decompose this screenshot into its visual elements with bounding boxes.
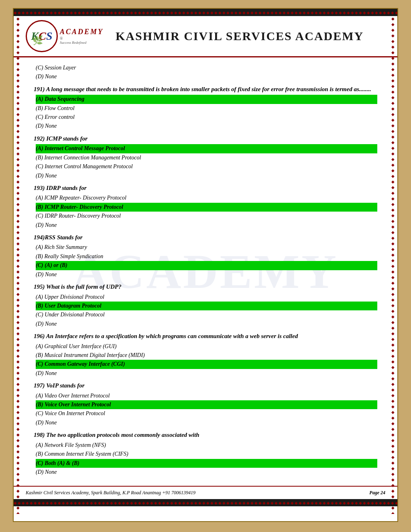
- question-text-197: 197) VoIP stands for: [34, 381, 377, 390]
- qa-item-198: 198) The two application protocols most …: [34, 430, 377, 477]
- qa-item-191: 191) A long message that needs to be tra…: [34, 85, 377, 131]
- letter-s: S: [46, 30, 53, 42]
- option-195-2: (C) Under Divisional Protocol: [36, 310, 377, 319]
- qa-item-194: 194)RSS Stands for(A) Rich Site Summary(…: [34, 233, 377, 279]
- option-192-1: (B) Internet Connection Management Proto…: [36, 153, 377, 162]
- footer-bar: Kashmir Civil Services Academy, Spark Bu…: [14, 486, 397, 499]
- option-196-0: (A) Graphical User Interface (GUI): [36, 342, 377, 351]
- option-195-0: (A) Upper Divisional Protocol: [36, 293, 377, 302]
- qa-item-193: 193) IDRP stands for(A) ICMP Repeater- D…: [34, 183, 377, 230]
- qa-item-196: 196) An Interface refers to a specificat…: [34, 332, 377, 378]
- question-text-193: 193) IDRP stands for: [34, 183, 377, 193]
- intro-option-d: (D) None: [36, 72, 377, 81]
- option-191-0: (A) Data Sequencing: [36, 95, 377, 104]
- intro-option-c: (C) Session Layer: [36, 63, 377, 72]
- success-text: Success Redefined: [60, 41, 86, 45]
- question-text-198: 198) The two application protocols most …: [34, 430, 377, 440]
- academy-label: ACADEMY: [60, 28, 104, 36]
- qa-item-192: 192) ICMP stands for(A) Internet Control…: [34, 134, 377, 180]
- content: ACADEMY (C) Session Layer (D) None 191) …: [14, 57, 397, 486]
- footer-text: Kashmir Civil Services Academy, Spark Bu…: [26, 490, 195, 496]
- option-191-3: (D) None: [36, 122, 377, 130]
- option-193-0: (A) ICMP Repeater- Discovery Protocol: [36, 194, 377, 202]
- academy-text-block: ACADEMY® Success Redefined: [60, 28, 104, 45]
- qa-section: (C) Session Layer (D) None 191) A long m…: [34, 63, 377, 477]
- option-196-3: (D) None: [36, 369, 377, 378]
- page: 🌿 KCS ACADEMY® Success Redefined KASHMIR…: [13, 8, 398, 522]
- option-193-1: (B) ICMP Router- Discovery Protocol: [36, 203, 377, 212]
- question-text-194: 194)RSS Stands for: [34, 233, 377, 242]
- qa-item-195: 195) What is the full form of UDP?(A) Up…: [34, 282, 377, 328]
- option-191-1: (B) Flow Control: [36, 104, 377, 113]
- option-191-2: (C) Error control: [36, 113, 377, 122]
- option-193-2: (C) IDRP Router- Discovery Protocol: [36, 212, 377, 220]
- footer-page: Page 24: [369, 490, 385, 496]
- option-192-3: (D) None: [36, 171, 377, 180]
- option-197-1: (B) Voice Over Internet Protocol: [36, 400, 377, 409]
- option-192-0: (A) Internet Control Message Protocol: [36, 144, 377, 153]
- option-197-3: (D) None: [36, 418, 377, 427]
- logo-circle: 🌿 KCS: [26, 20, 58, 52]
- option-194-2: (C) (A) or (B): [36, 261, 377, 270]
- option-194-1: (B) Really Simple Syndication: [36, 252, 377, 261]
- option-198-3: (D) None: [36, 468, 377, 477]
- logo-area: 🌿 KCS ACADEMY® Success Redefined: [26, 20, 104, 52]
- option-198-2: (C) Both (A) & (B): [36, 459, 377, 468]
- questions-container: 191) A long message that needs to be tra…: [34, 85, 377, 477]
- option-195-3: (D) None: [36, 320, 377, 328]
- qa-item-197: 197) VoIP stands for(A) Video Over Inter…: [34, 381, 377, 427]
- question-text-192: 192) ICMP stands for: [34, 134, 377, 143]
- option-198-0: (A) Network File System (NFS): [36, 441, 377, 450]
- question-text-196: 196) An Interface refers to a specificat…: [34, 332, 377, 341]
- question-text-195: 195) What is the full form of UDP?: [34, 282, 377, 291]
- top-border: [14, 9, 397, 16]
- option-197-2: (C) Voice On Internet Protocol: [36, 409, 377, 418]
- registered-mark: ®: [60, 36, 63, 41]
- intro-options: (C) Session Layer (D) None: [34, 63, 377, 82]
- option-193-3: (D) None: [36, 221, 377, 230]
- option-194-0: (A) Rich Site Summary: [36, 243, 377, 252]
- option-194-3: (D) None: [36, 270, 377, 279]
- header-title: KASHMIR CIVIL SERVICES ACADEMY: [116, 29, 364, 43]
- option-196-1: (B) Musical Instrument Digital Interface…: [36, 351, 377, 360]
- option-192-2: (C) Internet Control Management Protocol: [36, 162, 377, 171]
- option-198-1: (B) Common Internet File System (CIFS): [36, 450, 377, 459]
- option-197-0: (A) Video Over Internet Protocol: [36, 391, 377, 400]
- bottom-border: [14, 499, 397, 506]
- option-195-1: (B) User Datagram Protocol: [36, 302, 377, 310]
- header: 🌿 KCS ACADEMY® Success Redefined KASHMIR…: [14, 16, 397, 57]
- question-text-191: 191) A long message that needs to be tra…: [34, 85, 377, 94]
- option-196-2: (C) Common Gateway Interface (CGI): [36, 360, 377, 369]
